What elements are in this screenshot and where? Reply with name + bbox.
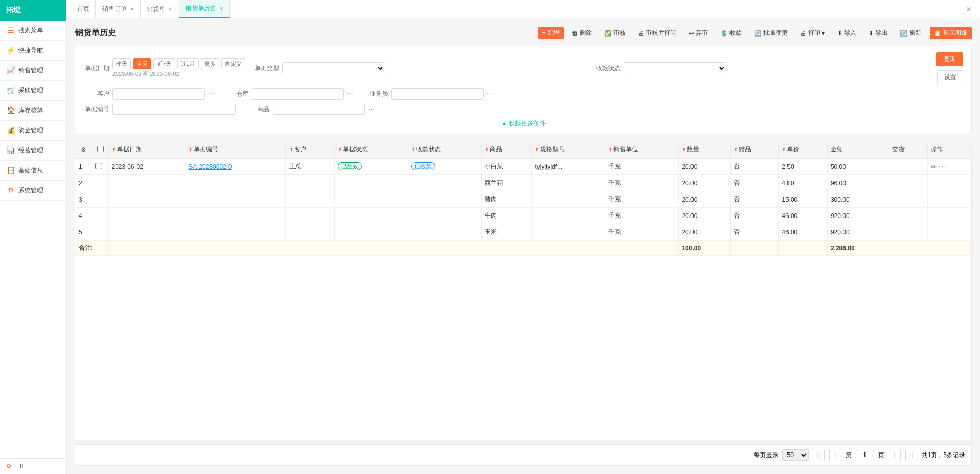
tab-home[interactable]: 首页: [71, 0, 96, 18]
page-last-btn[interactable]: ⟩⟩: [905, 449, 917, 461]
warehouse-label: 仓库: [223, 90, 248, 98]
print-button[interactable]: 🖨 打印 ▾: [796, 27, 829, 40]
tab-sales-goods-close[interactable]: ✕: [168, 6, 172, 12]
filter-actions: 查询 设置: [936, 52, 963, 84]
page-next-btn[interactable]: ⟩: [889, 449, 901, 461]
date-btn-7days[interactable]: 近7天: [153, 58, 175, 69]
sidebar-item-sys-mgmt[interactable]: ⚙ 系统管理: [0, 181, 66, 201]
warehouse-dots[interactable]: ···: [347, 89, 354, 98]
main-close-button[interactable]: ✕: [962, 5, 976, 13]
salesman-dots[interactable]: ···: [487, 89, 493, 98]
sidebar-item-sales-mgmt[interactable]: 📈 销售管理: [0, 61, 66, 81]
audit-button[interactable]: ✅ 审核: [600, 27, 630, 40]
sidebar-item-search-menu[interactable]: ☰ 搜索菜单: [0, 21, 66, 41]
col-amount-header[interactable]: 金额: [827, 141, 889, 159]
tab-sales-order-close[interactable]: ✕: [130, 6, 134, 12]
row3-unit: 千克: [605, 191, 679, 208]
col-unit-header[interactable]: ⬆销售单位: [605, 141, 679, 159]
set-button[interactable]: 设置: [937, 70, 963, 84]
horizontal-scrollbar[interactable]: [75, 440, 971, 444]
settings-footer-icon[interactable]: ⚙: [6, 463, 12, 470]
row2-checkbox[interactable]: [92, 175, 108, 191]
col-checkbox-header[interactable]: [92, 141, 108, 159]
sidebar-item-finance-mgmt[interactable]: 💰 资金管理: [0, 121, 66, 141]
doc-type-select[interactable]: [282, 62, 385, 74]
date-btn-custom[interactable]: 自定义: [221, 58, 245, 69]
row1-docno[interactable]: SA-20230602-0: [185, 159, 286, 175]
add-button[interactable]: + 新增: [538, 27, 564, 40]
sidebar-item-quick-nav[interactable]: ⚡ 快捷导航: [0, 41, 66, 61]
customer-input[interactable]: [112, 88, 205, 100]
tab-sales-history-close[interactable]: ✕: [219, 6, 223, 11]
sidebar-item-basic-info[interactable]: 📋 基础信息: [0, 161, 66, 181]
row2-date: [108, 175, 185, 191]
pause-footer-icon[interactable]: ⏸: [18, 463, 24, 470]
sidebar-item-ops-mgmt[interactable]: 📊 经营管理: [0, 141, 66, 161]
batch-change-button[interactable]: 🔄 批量变更: [750, 27, 792, 40]
date-btn-today[interactable]: 今天: [133, 58, 151, 69]
ops-mgmt-icon: 📊: [6, 146, 15, 155]
page-size-select[interactable]: 50 20 100: [782, 449, 809, 461]
col-date-header[interactable]: ⬆单据日期: [108, 141, 185, 159]
refresh-button[interactable]: 🔃 刷新: [896, 27, 926, 40]
row5-docno: [185, 224, 286, 241]
row1-edit-icon[interactable]: ✏: [931, 163, 937, 171]
sys-mgmt-icon: ⚙: [6, 186, 15, 195]
collect-status-select[interactable]: [624, 62, 726, 74]
delete-button[interactable]: 🗑 删除: [568, 27, 596, 40]
col-docno-header[interactable]: ⬆单据编号: [185, 141, 286, 159]
tab-home-label: 首页: [77, 5, 89, 13]
tab-sales-goods[interactable]: 销货单 ✕: [141, 0, 179, 18]
row1-price: 2.50: [779, 159, 828, 175]
row3-customer: [285, 191, 334, 208]
page-prev-btn[interactable]: ⟨: [829, 449, 841, 461]
sidebar-item-inventory-calc[interactable]: 🏠 库存核算: [0, 101, 66, 121]
col-price-header[interactable]: ⬆单价: [779, 141, 828, 159]
show-detail-button[interactable]: 📋 显示明细: [930, 27, 972, 40]
page-number-input[interactable]: [856, 450, 874, 460]
page-first-btn[interactable]: ⟨⟨: [813, 449, 825, 461]
select-all-checkbox[interactable]: [97, 146, 104, 152]
date-btn-1month[interactable]: 近1月: [177, 58, 199, 69]
row5-customer: [285, 224, 334, 241]
col-docstatus-header[interactable]: ⬆单据状态: [334, 141, 408, 159]
audit-print-button[interactable]: 🖨 审核并打印: [634, 27, 681, 40]
tab-sales-order[interactable]: 销售订单 ✕: [96, 0, 141, 18]
tab-sales-history-label: 销货单历史: [185, 4, 216, 13]
row4-checkbox[interactable]: [92, 208, 108, 224]
collapse-button[interactable]: ▲ 收起更多条件: [84, 119, 963, 128]
sidebar-item-purchase-mgmt[interactable]: 🛒 采购管理: [0, 81, 66, 101]
row1-more-icon[interactable]: ⋯: [939, 163, 946, 171]
col-qty-header[interactable]: ⬆数量: [679, 141, 730, 159]
row5-spec: [532, 224, 605, 241]
table-container[interactable]: ⚙ ⬆单据日期 ⬆单据编号 ⬆客户 ⬆单据状态 ⬆收款状态 ⬆商品 ⬆规格型号 …: [75, 141, 971, 440]
col-gift-header[interactable]: ⬆赠品: [730, 141, 779, 159]
date-btn-yesterday[interactable]: 昨天: [112, 58, 131, 69]
row5-checkbox[interactable]: [92, 224, 108, 241]
tab-sales-history[interactable]: 销货单历史 ✕: [179, 0, 230, 18]
doc-number-input[interactable]: [112, 104, 236, 115]
abandon-button[interactable]: ↩ 弃审: [685, 27, 712, 40]
warehouse-input[interactable]: [252, 88, 344, 100]
goods-input[interactable]: [273, 104, 365, 115]
row3-docstatus: [334, 191, 408, 208]
collect-button[interactable]: 💲 收款: [716, 27, 746, 40]
filter-warehouse: 仓库 ···: [223, 88, 354, 100]
export-button[interactable]: ⬇ 导出: [864, 27, 892, 40]
date-btn-more[interactable]: 更多: [201, 58, 219, 69]
customer-dots[interactable]: ···: [208, 89, 215, 98]
collect-icon: 💲: [720, 30, 728, 37]
col-customer-header[interactable]: ⬆客户: [285, 141, 334, 159]
import-button[interactable]: ⬆ 导入: [833, 27, 860, 40]
query-button[interactable]: 查询: [936, 52, 963, 66]
col-settings-header[interactable]: ⚙: [75, 141, 92, 159]
col-spec-header[interactable]: ⬆规格型号: [532, 141, 605, 159]
col-collectstatus-header[interactable]: ⬆收款状态: [408, 141, 481, 159]
col-delivery-header[interactable]: 交货: [889, 141, 928, 159]
row1-checkbox[interactable]: [92, 159, 108, 175]
row3-checkbox[interactable]: [92, 191, 108, 208]
row1-gift: 否: [730, 159, 779, 175]
col-goods-header[interactable]: ⬆商品: [481, 141, 532, 159]
goods-dots[interactable]: ···: [368, 105, 375, 114]
salesman-input[interactable]: [391, 88, 484, 100]
